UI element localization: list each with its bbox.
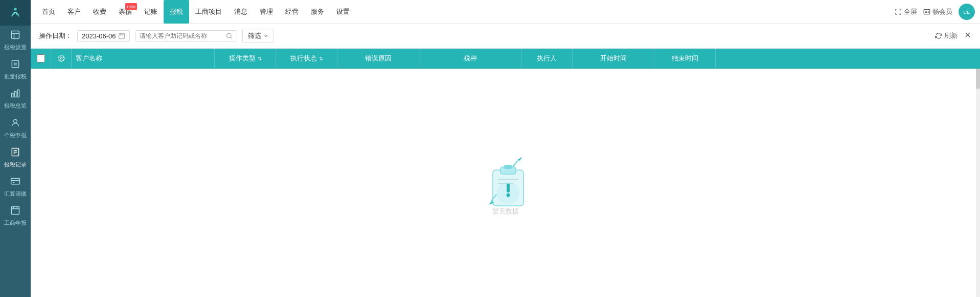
nav-invoice[interactable]: 票据 new	[112, 0, 138, 24]
svg-marker-39	[518, 157, 522, 161]
topnav-right: 全屏 畅会员 CE	[895, 4, 975, 20]
main-area: 首页 客户 收费 票据 new 记账 报税 工商项目 消息 管理 经营 服务 设…	[31, 0, 980, 297]
sidebar-item-tax-settings-label: 报税设置	[4, 44, 27, 51]
date-label: 操作日期：	[39, 31, 72, 40]
svg-rect-19	[12, 207, 19, 215]
search-input[interactable]	[140, 32, 224, 39]
batch-tax-icon	[10, 59, 20, 72]
top-navigation: 首页 客户 收费 票据 new 记账 报税 工商项目 消息 管理 经营 服务 设…	[31, 0, 980, 24]
sidebar-logo	[0, 0, 31, 26]
sidebar-item-tax-settings[interactable]: 报税设置	[0, 26, 31, 55]
filter-button[interactable]: 筛选	[242, 29, 274, 43]
nav-management[interactable]: 管理	[254, 0, 279, 24]
svg-line-34	[231, 37, 232, 38]
content-area: 操作日期： 2023-06-06 筛选	[31, 24, 980, 297]
svg-text:CE: CE	[963, 9, 970, 15]
sidebar: 报税设置 批量报税 报税总览 个税申报	[0, 0, 31, 297]
th-tax-type: 税种	[419, 49, 521, 68]
toolbar-actions: 刷新	[935, 31, 972, 41]
chevron-down-icon	[263, 33, 268, 38]
nav-settings[interactable]: 设置	[330, 0, 356, 24]
tax-records-icon	[10, 147, 20, 160]
svg-rect-2	[12, 31, 19, 39]
sidebar-item-tax-summary[interactable]: 报税总览	[0, 84, 31, 113]
sidebar-item-personal-tax-label: 个税申报	[4, 132, 27, 139]
refresh-button[interactable]: 刷新	[935, 31, 958, 40]
refresh-icon	[935, 32, 942, 39]
th-checkbox[interactable]	[31, 49, 51, 68]
svg-rect-10	[17, 90, 19, 97]
settings-icon	[58, 55, 65, 62]
sidebar-item-settlement[interactable]: 汇算清缴	[0, 172, 31, 201]
nav-tax[interactable]: 报税	[164, 0, 189, 24]
tax-settings-icon	[10, 30, 20, 43]
th-end-time: 结束时间	[654, 49, 716, 68]
svg-point-45	[506, 194, 510, 197]
scrollbar-thumb[interactable]	[976, 69, 980, 89]
sort-icon-exec-status: ⇅	[319, 56, 323, 61]
svg-point-1	[14, 8, 16, 10]
member-button[interactable]: 畅会员	[923, 7, 952, 16]
svg-rect-42	[504, 165, 512, 169]
settlement-icon	[10, 176, 20, 189]
sidebar-item-tax-records-label: 报税记录	[4, 161, 27, 168]
table-header: 客户名称 操作类型 ⇅ 执行状态 ⇅ 错误原因 税种 执行人	[31, 49, 980, 69]
sidebar-item-batch-tax[interactable]: 批量报税	[0, 55, 31, 84]
empty-svg	[480, 150, 536, 211]
svg-rect-5	[12, 61, 18, 68]
checkbox-all[interactable]	[37, 54, 45, 62]
nav-bookkeeping[interactable]: 记账	[138, 0, 164, 24]
th-executor: 执行人	[521, 49, 573, 68]
svg-rect-16	[11, 178, 20, 184]
nav-messages[interactable]: 消息	[228, 0, 254, 24]
scrollbar-track[interactable]	[976, 69, 980, 297]
sidebar-item-tax-records[interactable]: 报税记录	[0, 143, 31, 172]
fullscreen-button[interactable]: 全屏	[895, 7, 917, 16]
sidebar-item-annual-report[interactable]: 工商年报	[0, 201, 31, 230]
search-icon	[226, 32, 233, 39]
sidebar-item-personal-tax[interactable]: 个税申报	[0, 114, 31, 143]
tax-summary-icon	[10, 88, 20, 101]
sidebar-item-settlement-label: 汇算清缴	[4, 190, 27, 197]
search-box[interactable]	[135, 30, 237, 41]
calendar-icon	[118, 32, 125, 39]
fullscreen-icon	[895, 8, 902, 15]
nav-billing[interactable]: 收费	[87, 0, 112, 24]
sidebar-item-annual-report-label: 工商年报	[4, 220, 27, 226]
nav-finance[interactable]: 经营	[279, 0, 305, 24]
toolbar: 操作日期： 2023-06-06 筛选	[31, 24, 980, 49]
th-exec-status[interactable]: 执行状态 ⇅	[276, 49, 337, 68]
svg-point-33	[226, 33, 231, 37]
sort-icon-op-type: ⇅	[258, 56, 262, 61]
close-button[interactable]	[964, 31, 972, 41]
sidebar-item-batch-tax-label: 批量报税	[4, 73, 27, 80]
nav-home[interactable]: 首页	[36, 0, 61, 24]
member-icon	[923, 8, 930, 15]
svg-point-24	[925, 11, 927, 13]
svg-rect-29	[119, 33, 124, 39]
svg-point-11	[14, 119, 17, 123]
new-badge: new	[125, 3, 137, 10]
date-picker[interactable]: 2023-06-06	[77, 30, 130, 42]
th-start-time: 开始时间	[573, 49, 654, 68]
th-customer: 客户名称	[72, 49, 215, 68]
nav-customer[interactable]: 客户	[61, 0, 87, 24]
svg-rect-9	[14, 92, 16, 97]
svg-rect-44	[507, 183, 510, 193]
nav-business[interactable]: 工商项目	[189, 0, 228, 24]
close-icon	[964, 31, 972, 39]
nav-services[interactable]: 服务	[305, 0, 330, 24]
sidebar-item-tax-summary-label: 报税总览	[4, 102, 27, 109]
empty-state: 暂无数据	[31, 69, 980, 297]
empty-illustration	[480, 150, 531, 201]
avatar[interactable]: CE	[959, 4, 975, 20]
svg-rect-8	[12, 93, 13, 97]
th-settings	[51, 49, 72, 68]
table-container: 客户名称 操作类型 ⇅ 执行状态 ⇅ 错误原因 税种 执行人	[31, 49, 980, 297]
th-op-type[interactable]: 操作类型 ⇅	[215, 49, 276, 68]
annual-report-icon	[10, 205, 20, 218]
svg-point-37	[60, 57, 62, 59]
th-error-reason: 错误原因	[337, 49, 419, 68]
personal-tax-icon	[10, 118, 20, 131]
